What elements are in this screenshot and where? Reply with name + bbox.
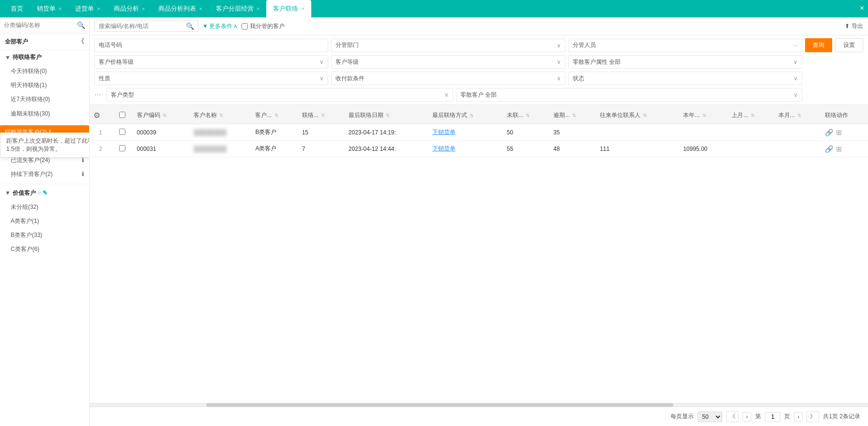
page-number-input[interactable]: [765, 412, 780, 422]
sidebar-item-c-class[interactable]: C类客户(6): [0, 242, 89, 256]
nav-customer-contact[interactable]: 客户联络 ×: [266, 0, 311, 17]
row-1-grid-icon[interactable]: ⊞: [836, 129, 842, 136]
filter-price-grade-arrow: ∨: [320, 59, 324, 65]
main-search-icon[interactable]: 🔍: [186, 22, 194, 30]
declining-info-icon[interactable]: ℹ: [82, 170, 84, 179]
filter-manager[interactable]: 分管人员 ···: [568, 39, 802, 52]
sidebar-section-pending-contact[interactable]: ▼ 待联络客户: [0, 50, 89, 64]
value-customers-edit-icon[interactable]: ○ ✎: [38, 190, 48, 196]
col-no-contact-days[interactable]: 未联... ⇅: [503, 107, 549, 124]
main-search-input[interactable]: [99, 23, 186, 29]
next-page-button[interactable]: ›: [794, 412, 803, 422]
prev-page-button[interactable]: ‹: [743, 412, 751, 422]
col-last-contact-method[interactable]: 最后联络方式 ⇅: [428, 107, 503, 124]
filter-nature[interactable]: 性质 ∨: [94, 72, 328, 85]
row-1-grade: B类客户: [251, 124, 298, 141]
table-settings-icon[interactable]: ⚙: [93, 111, 100, 119]
nav-product-analysis[interactable]: 商品分析 ×: [107, 0, 152, 17]
sidebar-divider-1: [0, 123, 89, 123]
filter-action-buttons: 查询 设置: [805, 38, 863, 52]
col-checkbox[interactable]: [112, 107, 133, 124]
nav-customer-segment[interactable]: 客户分层经营 ×: [209, 0, 266, 17]
customer-table: ⚙ 客户编码 ⇅ 客户名称 ⇅: [90, 107, 868, 157]
sidebar-divider-2: [0, 184, 89, 184]
filter-expand-dots[interactable]: ···: [94, 90, 101, 99]
nav-sales-order[interactable]: 销货单 ×: [30, 0, 68, 17]
filter-phone[interactable]: 电话号码: [94, 39, 328, 52]
more-filters-button[interactable]: ▼ 更多条件 ∧: [202, 22, 238, 30]
sidebar-item-b-class[interactable]: B类客户(33): [0, 228, 89, 242]
sidebar-collapse-icon[interactable]: 《: [77, 37, 84, 46]
sidebar-item-declining[interactable]: 持续下滑客户(2) ℹ: [0, 167, 89, 181]
filter-retail-all[interactable]: 零散客户 全部 ∨: [456, 88, 802, 102]
col-customer-code[interactable]: 客户编码 ⇅: [133, 107, 190, 124]
nav-home[interactable]: 首页: [4, 0, 30, 17]
filter-payment-terms[interactable]: 收付款条件 ∨: [331, 72, 565, 85]
horizontal-scrollbar-thumb[interactable]: [206, 403, 673, 407]
top-navigation: 首页 销货单 × 进货单 × 商品分析 × 商品分析列表 × 客户分层经营 × …: [0, 0, 868, 17]
filter-dept-arrow: ∨: [557, 42, 561, 49]
my-customer-wrap: 我分管的客户: [242, 22, 285, 30]
col-settings[interactable]: ⚙: [90, 107, 112, 124]
row-2-checkbox[interactable]: [112, 141, 133, 157]
filter-customer-type[interactable]: 客户类型 ∨: [107, 88, 453, 102]
col-contact-person[interactable]: 往来单位联系人 ⇅: [596, 107, 679, 124]
sidebar-item-tomorrow-contact[interactable]: 明天待联络(1): [0, 78, 89, 92]
query-button[interactable]: 查询: [805, 38, 832, 52]
select-all-checkbox[interactable]: [119, 112, 125, 118]
window-close-button[interactable]: ×: [860, 4, 864, 13]
first-page-button[interactable]: 《: [726, 411, 739, 422]
filter-status[interactable]: 状态 ∨: [568, 72, 802, 85]
row-1-num: 1: [90, 124, 112, 141]
filter-retail-attr[interactable]: 零散客户属性 全部 ∨: [568, 55, 802, 69]
per-page-select[interactable]: 50 20 100: [698, 411, 722, 422]
row-2-grid-icon[interactable]: ⊞: [836, 145, 842, 153]
horizontal-scrollbar[interactable]: [90, 403, 868, 407]
sidebar-all-customers-label: 全部客户: [5, 38, 28, 46]
sidebar-item-a-class[interactable]: A类客户(1): [0, 214, 89, 228]
export-button[interactable]: ⬆ 导出: [845, 22, 863, 30]
nav-product-analysis-list[interactable]: 商品分析列表 ×: [152, 0, 209, 17]
sidebar-section-value-customers[interactable]: ▼ 价值客户 ○ ✎: [0, 186, 89, 200]
sidebar-item-overdue-contact[interactable]: 逾期未联络(30): [0, 107, 89, 121]
filter-dept[interactable]: 分管部门 ∨: [331, 39, 565, 52]
nav-customer-contact-close[interactable]: ×: [301, 0, 304, 17]
last-page-button[interactable]: 》: [807, 411, 819, 422]
nav-purchase-order-close[interactable]: ×: [97, 0, 100, 17]
setting-button[interactable]: 设置: [835, 38, 863, 52]
nav-sales-order-close[interactable]: ×: [59, 0, 61, 17]
row-1-method[interactable]: 下销货单: [428, 124, 503, 141]
filter-price-grade[interactable]: 客户价格等级 ∨: [94, 55, 328, 69]
sidebar-search-input[interactable]: [4, 22, 77, 29]
nav-product-analysis-list-close[interactable]: ×: [199, 0, 202, 17]
value-customers-arrow: ▼: [5, 190, 11, 196]
col-overdue[interactable]: 逾期... ⇅: [549, 107, 596, 124]
col-customer-grade[interactable]: 客户... ⇅: [251, 107, 298, 124]
sidebar-item-ungrouped[interactable]: 未分组(32): [0, 200, 89, 214]
sidebar-item-7days-contact[interactable]: 近7天待联络(0): [0, 92, 89, 106]
row-1-checkbox[interactable]: [112, 124, 133, 141]
col-last-month[interactable]: 上月... ⇅: [728, 107, 774, 124]
nav-purchase-order[interactable]: 进货单 ×: [68, 0, 107, 17]
col-year-amount[interactable]: 本年... ⇅: [679, 107, 728, 124]
sidebar-search-icon[interactable]: 🔍: [77, 21, 85, 29]
sidebar-item-today-contact[interactable]: 今天待联络(0): [0, 64, 89, 78]
col-customer-name[interactable]: 客户名称 ⇅: [190, 107, 252, 124]
sort-icon-code: ⇅: [163, 113, 167, 118]
row-2-link-icon[interactable]: 🔗: [825, 145, 833, 153]
filter-bar: 🔍 ▼ 更多条件 ∧ 我分管的客户 ⬆ 导出: [90, 17, 868, 35]
nav-customer-segment-close[interactable]: ×: [257, 0, 259, 17]
col-contact-count[interactable]: 联络... ⇅: [298, 107, 345, 124]
sidebar: 🔍 全部客户 《 ▼ 待联络客户 今天待联络(0) 明天待联络(1) 近7天待联…: [0, 17, 90, 426]
row-1-link-icon[interactable]: 🔗: [825, 129, 833, 136]
row-2-method[interactable]: 下销货单: [428, 141, 503, 157]
my-customer-checkbox[interactable]: [242, 23, 248, 29]
col-last-contact-date[interactable]: 最后联络日期 ⇅: [345, 107, 428, 124]
pending-contact-arrow: ▼: [5, 54, 11, 61]
row-1-no-contact: 50: [503, 124, 549, 141]
nav-product-analysis-close[interactable]: ×: [142, 0, 145, 17]
sidebar-all-customers-header[interactable]: 全部客户 《: [0, 33, 89, 50]
filter-customer-grade[interactable]: 客户等级 ∨: [331, 55, 565, 69]
col-this-month[interactable]: 本月... ⇅: [775, 107, 821, 124]
repurchase-abnormal-tooltip: 距客户上次交易时长，超过了此客户的平均交易周期的1.5倍，则视为异常。: [0, 132, 90, 158]
